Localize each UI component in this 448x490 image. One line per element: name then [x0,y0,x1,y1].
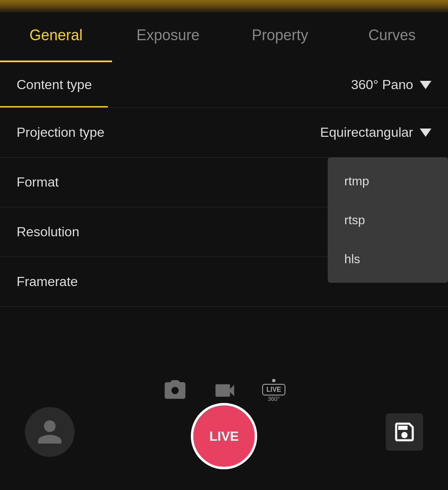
settings-area: Content type 360° Pano Projection type E… [0,62,448,307]
tab-bar: General Exposure Property Curves [0,12,448,62]
content-type-label: Content type [17,77,92,92]
photo-mode-icon[interactable] [163,378,187,403]
dropdown-option-rtsp[interactable]: rtsp [328,201,448,240]
avatar[interactable] [25,407,75,457]
dropdown-option-hls[interactable]: hls [328,240,448,279]
content-type-arrow-icon [420,81,431,89]
format-row: Format rtmp rtsp hls [0,158,448,207]
content-type-row: Content type 360° Pano [0,62,448,108]
tab-property[interactable]: Property [224,12,336,62]
live-button[interactable]: LIVE [191,403,257,469]
resolution-label: Resolution [17,224,79,240]
content-type-value-container[interactable]: 360° Pano [351,77,431,92]
dropdown-option-rtmp[interactable]: rtmp [328,162,448,201]
format-label: Format [17,175,58,190]
projection-type-value: Equirectangular [320,125,413,140]
projection-type-row: Projection type Equirectangular [0,108,448,158]
framerate-label: Framerate [17,274,78,289]
projection-type-value-container[interactable]: Equirectangular [320,125,431,140]
content-type-value: 360° Pano [351,77,413,92]
video-mode-icon[interactable] [212,378,237,403]
tab-exposure[interactable]: Exposure [112,12,224,62]
format-dropdown: rtmp rtsp hls [328,158,448,283]
mode-bar: LIVE 360° [0,374,448,403]
bottom-toolbar: LIVE 360° LIVE [0,374,448,490]
live360-mode-icon[interactable]: LIVE 360° [262,379,285,402]
tab-curves[interactable]: Curves [336,12,448,62]
save-button[interactable] [386,413,423,451]
projection-type-label: Projection type [17,125,105,140]
tab-general[interactable]: General [0,12,112,62]
top-image-strip [0,0,448,12]
live-badge-label: LIVE [266,386,281,393]
live-360-sublabel: 360° [268,395,280,402]
bottom-controls: LIVE [0,403,448,461]
projection-type-arrow-icon [420,129,431,137]
